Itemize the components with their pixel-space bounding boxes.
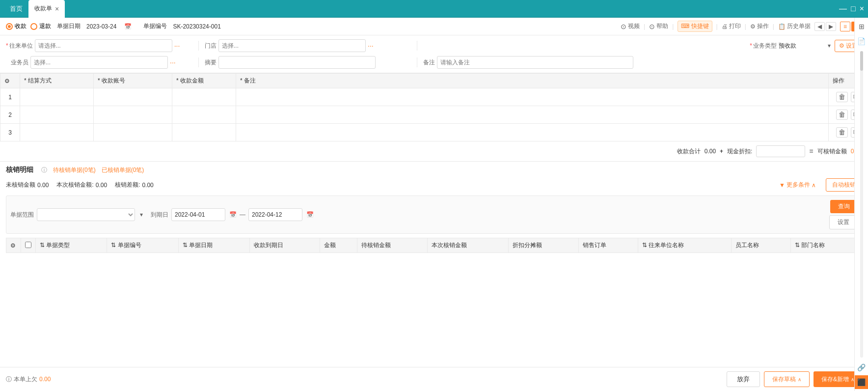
row-remark-1[interactable] <box>236 88 829 106</box>
table-section: ⚙ * 结算方式 * 收款账号 * 收款金额 * 备注 操作 <box>0 73 868 141</box>
row-amount-3[interactable] <box>172 124 236 141</box>
receipt-radio-dot <box>6 23 13 30</box>
date-to-input[interactable] <box>248 208 302 221</box>
row-amount-1[interactable] <box>172 88 236 106</box>
range-select[interactable] <box>37 208 135 221</box>
reconcile-title: 核销明细 <box>6 166 33 174</box>
discount-label: 现金折扣: <box>727 147 752 156</box>
staff-input[interactable] <box>30 56 168 69</box>
row-remark-3[interactable] <box>236 124 829 141</box>
sidebar-active-icon[interactable]: ⬛ <box>855 375 868 389</box>
date-from-input[interactable] <box>171 208 225 221</box>
tab-home[interactable]: 首页 <box>4 0 28 18</box>
reconcile-header: 核销明细 ⓘ 待核销单据(0笔) 已核销单据(0笔) <box>6 166 862 174</box>
discard-button[interactable]: 放弃 <box>727 371 760 387</box>
footer-stat-value: 0.00 <box>39 376 51 383</box>
save-arrow-icon: ∧ <box>851 377 854 382</box>
row-num-1: 1 <box>0 88 20 106</box>
row-delete-icon-2[interactable]: 🗑 <box>836 110 848 120</box>
th-doc-num: ⇅ 单据编号 <box>107 238 178 253</box>
sidebar-table-icon[interactable]: ⊞ <box>855 20 868 33</box>
store-more-icon[interactable]: ··· <box>368 42 374 50</box>
shortcut-btn[interactable]: ⌨ 快捷键 <box>678 21 712 32</box>
footer: ⓘ 本单上欠 0.00 放弃 保存草稿 ∧ 保存&新增 ∧ <box>0 367 868 391</box>
th-staff: 员工名称 <box>731 238 790 253</box>
available-label: 可核销金额 <box>817 147 847 156</box>
form-section: * 往来单位 ··· 门店 ··· * 业务类型 预收款 ▾ <box>0 35 868 73</box>
reconcile-settings-btn[interactable]: 设置 <box>829 215 858 229</box>
range-dropdown-icon: ▾ <box>140 211 143 218</box>
help-btn[interactable]: ⊙ 帮助 <box>649 22 668 30</box>
print-btn[interactable]: 🖨 打印 <box>722 22 741 30</box>
bottom-table-wrap[interactable]: ⚙ ⇅ 单据类型 ⇅ 单据编号 <box>6 238 862 363</box>
history-btn[interactable]: 📋 历史单据 <box>778 22 811 30</box>
row-account-3[interactable] <box>94 124 172 141</box>
table-row: 2 🗑 ⧉ <box>0 106 868 124</box>
list-view-btn[interactable]: ≡ <box>840 22 850 31</box>
row-account-1[interactable] <box>94 88 172 106</box>
summary-input[interactable] <box>218 56 376 69</box>
th-counterparty: ⇅ 往来单位名称 <box>638 238 731 253</box>
number-label: 单据编号 <box>143 22 167 30</box>
refund-radio[interactable]: 退款 <box>30 22 51 30</box>
scrollbar-track[interactable] <box>860 51 863 358</box>
row-remark-2[interactable] <box>236 106 829 124</box>
calendar-icon[interactable]: 📅 <box>124 23 132 30</box>
row-settle-3[interactable] <box>20 124 94 141</box>
operation-btn[interactable]: ⚙ 操作 <box>750 22 769 30</box>
table-gear-icon[interactable]: ⚙ <box>4 78 10 84</box>
current-reconcile-value: 0.00 <box>96 182 107 189</box>
counterparty-input[interactable] <box>35 39 172 52</box>
nav-next-btn[interactable]: ▶ <box>826 22 836 31</box>
remark-input[interactable] <box>437 56 633 69</box>
done-tab-link[interactable]: 已核销单据(0笔) <box>102 166 144 174</box>
pending-tab-link[interactable]: 待核销单据(0笔) <box>53 166 96 174</box>
video-btn[interactable]: ⊙ 视频 <box>621 22 640 30</box>
nav-prev-btn[interactable]: ◀ <box>814 22 825 31</box>
plus-sign: + <box>720 148 723 155</box>
form-row-2: 业务员 ··· 摘要 备注 <box>6 56 862 69</box>
table-row: 3 🗑 ⧉ <box>0 124 868 141</box>
business-type-select[interactable]: 预收款 ▾ <box>779 42 831 50</box>
diff-label: 核销差额: <box>115 181 140 189</box>
row-delete-icon-3[interactable]: 🗑 <box>836 127 848 138</box>
video-label: 视频 <box>628 22 640 30</box>
more-conditions-btn[interactable]: ▼ 更多条件 ∧ <box>779 181 816 189</box>
row-settle-1[interactable] <box>20 88 94 106</box>
tab-close-icon[interactable]: × <box>55 5 59 13</box>
main-content: 收款 退款 单据日期 2023-03-24 📅 单据编号 SK-20230324… <box>0 18 868 391</box>
th-checkbox: ⚙ <box>6 238 21 253</box>
remark-label: 备注 <box>423 58 435 67</box>
draft-button[interactable]: 保存草稿 ∧ <box>764 371 810 387</box>
th-doc-date: ⇅ 单据日期 <box>178 238 249 253</box>
close-icon[interactable]: × <box>860 4 864 13</box>
row-amount-2[interactable] <box>172 106 236 124</box>
table-gear-icon-2[interactable]: ⚙ <box>10 242 16 249</box>
sidebar-doc-icon[interactable]: 📄 <box>855 34 868 48</box>
row-account-2[interactable] <box>94 106 172 124</box>
total-label: 收款合计 <box>677 147 701 156</box>
row-delete-icon-1[interactable]: 🗑 <box>836 92 848 102</box>
bottom-table: ⚙ ⇅ 单据类型 ⇅ 单据编号 <box>6 238 862 253</box>
date-from-cal-icon[interactable]: 📅 <box>229 211 237 218</box>
restore-icon[interactable]: □ <box>851 4 856 13</box>
equals-sign: = <box>809 147 813 155</box>
video-icon: ⊙ <box>621 23 626 30</box>
counterparty-label: 往来单位 <box>9 42 33 50</box>
select-all-checkbox[interactable] <box>25 242 31 248</box>
query-btn[interactable]: 查询 <box>830 200 858 213</box>
sidebar-link-icon[interactable]: 🔗 <box>855 361 868 374</box>
discount-input[interactable] <box>756 145 805 157</box>
footer-info-icon[interactable]: ⓘ <box>6 375 12 384</box>
summary-field: 摘要 <box>205 56 411 69</box>
tab-current[interactable]: 收款单 × <box>28 0 65 18</box>
info-icon[interactable]: ⓘ <box>41 166 47 174</box>
store-label: 门店 <box>205 42 217 50</box>
staff-more-icon[interactable]: ··· <box>170 58 176 66</box>
row-settle-2[interactable] <box>20 106 94 124</box>
receipt-radio[interactable]: 收款 <box>6 22 27 30</box>
minimize-icon[interactable]: — <box>839 4 847 13</box>
date-to-cal-icon[interactable]: 📅 <box>306 211 314 218</box>
store-input[interactable] <box>218 39 366 52</box>
counterparty-more-icon[interactable]: ··· <box>174 42 180 50</box>
